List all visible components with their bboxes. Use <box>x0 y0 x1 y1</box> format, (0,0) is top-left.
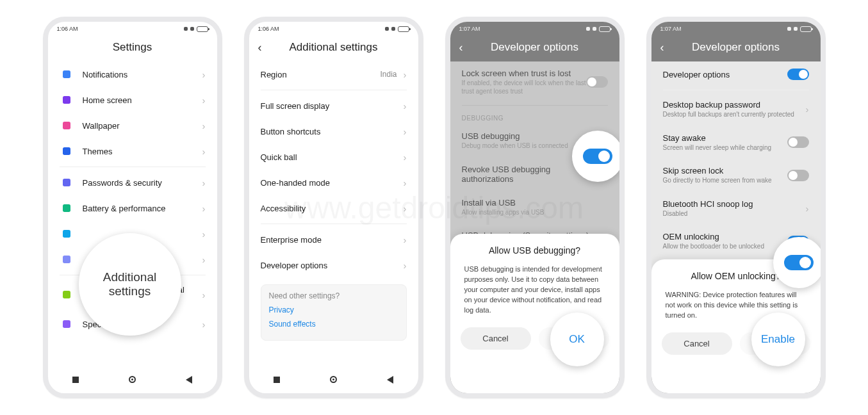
callout-oem-toggle <box>773 237 824 288</box>
header: ‹ Developer options <box>450 36 619 61</box>
nav-home[interactable] <box>330 376 337 385</box>
toggle[interactable] <box>787 136 809 148</box>
chevron-right-icon: › <box>202 289 206 300</box>
header: ‹ Additional settings <box>249 36 418 61</box>
chevron-right-icon: › <box>404 203 407 214</box>
page-title: Settings <box>57 41 208 54</box>
settings-row[interactable]: Full screen display› <box>252 93 416 118</box>
settings-row[interactable]: Themes› <box>51 138 215 164</box>
row-label: Developer options <box>663 70 787 79</box>
chevron-right-icon: › <box>202 146 206 157</box>
svg-rect-8 <box>63 291 70 298</box>
chevron-right-icon: › <box>202 254 206 265</box>
row-label: Install via USB <box>462 198 608 208</box>
status-icon <box>787 27 791 31</box>
row-label: One-handed mode <box>261 178 400 188</box>
row-label: Skip screen lock <box>663 166 787 175</box>
row-sublabel: Desktop full backups aren't currently pr… <box>663 111 802 119</box>
cancel-button[interactable]: Cancel <box>662 332 732 355</box>
svg-rect-6 <box>63 230 70 238</box>
row-label: OEM unlocking <box>663 232 787 241</box>
page-title: Additional settings <box>258 41 409 54</box>
row-developer-options[interactable]: Developer options <box>654 61 818 87</box>
row-lock-screen-trust[interactable]: Lock screen when trust is lost If enable… <box>453 61 617 102</box>
settings-row[interactable]: Home screen› <box>51 87 215 113</box>
status-icon <box>184 27 188 31</box>
row-label: Lock screen when trust is lost <box>462 69 586 78</box>
svg-rect-0 <box>63 70 70 78</box>
help-link-sound-effects[interactable]: Sound effects <box>269 320 398 329</box>
chevron-right-icon: › <box>202 229 206 240</box>
settings-row[interactable]: Stay awakeScreen will never sleep while … <box>654 126 818 159</box>
row-label: Accessibility <box>261 204 400 213</box>
help-question: Need other settings? <box>269 291 398 300</box>
settings-row[interactable]: Quick ball› <box>252 144 416 170</box>
chevron-right-icon: › <box>806 104 809 115</box>
settings-row[interactable]: Enterprise mode› <box>252 227 416 252</box>
settings-row[interactable]: Passwords & security› <box>51 170 215 195</box>
row-icon <box>60 319 74 329</box>
settings-row[interactable]: Accessibility› <box>252 195 416 221</box>
nav-home[interactable] <box>129 376 136 385</box>
nav-back[interactable] <box>186 376 192 386</box>
phone-oem-unlocking: 1:07 AM ‹ Developer options Developer op… <box>646 17 826 398</box>
nav-recents[interactable] <box>274 376 280 385</box>
row-icon <box>60 203 74 213</box>
chevron-right-icon: › <box>404 101 407 111</box>
statusbar: 1:06 AM <box>249 22 418 36</box>
nav-recents[interactable] <box>72 376 79 385</box>
navbar <box>249 368 418 393</box>
row-label: Enterprise mode <box>261 235 400 245</box>
nav-back[interactable] <box>387 376 393 386</box>
page-title: Developer options <box>459 41 610 54</box>
row-install-via-usb[interactable]: Install via USB Allow installing apps vi… <box>453 191 617 224</box>
dialog-title: Allow USB debugging? <box>461 245 609 256</box>
callout-ok-button: OK <box>550 313 604 366</box>
statusbar: 1:07 AM <box>450 22 619 36</box>
chevron-right-icon: › <box>404 152 407 163</box>
toggle[interactable] <box>787 69 809 80</box>
statusbar: 1:06 AM <box>48 22 217 36</box>
battery-icon <box>800 26 812 32</box>
row-region[interactable]: Region India › <box>252 61 416 87</box>
cancel-button[interactable]: Cancel <box>461 327 531 350</box>
ok-button[interactable]: OK <box>569 333 585 346</box>
settings-row[interactable]: Developer options› <box>252 252 416 278</box>
row-sublabel: Allow installing apps via USB <box>462 209 608 217</box>
settings-row[interactable]: One-handed mode› <box>252 170 416 195</box>
settings-row[interactable]: Battery & performance› <box>51 195 215 221</box>
settings-row[interactable]: Bluetooth HCI snoop logDisabled› <box>654 192 818 225</box>
settings-row[interactable]: Skip screen lockGo directly to Home scre… <box>654 159 818 192</box>
enable-button[interactable]: Enable <box>761 333 795 346</box>
row-icon <box>60 229 74 239</box>
row-label: Region <box>261 70 381 79</box>
row-label: Developer options <box>261 261 400 270</box>
toggle[interactable] <box>586 76 608 88</box>
settings-row[interactable]: Button shortcuts› <box>252 118 416 144</box>
back-button[interactable]: ‹ <box>459 41 463 54</box>
chevron-right-icon: › <box>806 203 809 214</box>
back-button[interactable]: ‹ <box>660 41 664 54</box>
row-sublabel: If enabled, the device will lock when th… <box>462 79 586 95</box>
row-sublabel: Go directly to Home screen from wake <box>663 177 787 185</box>
row-sublabel: Allow the bootloader to be unlocked <box>663 243 787 251</box>
toggle[interactable] <box>787 170 809 181</box>
settings-row[interactable]: Wallpaper› <box>51 113 215 138</box>
row-label: Stay awake <box>663 133 787 143</box>
svg-rect-7 <box>63 256 70 263</box>
settings-row[interactable]: Desktop backup passwordDesktop full back… <box>654 93 818 126</box>
phone-settings: 1:06 AM Settings Notifications›Home scre… <box>43 17 222 398</box>
navbar <box>48 368 217 393</box>
row-label: Passwords & security <box>83 178 199 188</box>
status-time: 1:06 AM <box>258 26 279 32</box>
callout-usb-toggle <box>572 131 623 182</box>
row-label: Full screen display <box>261 101 400 111</box>
oem-unlocking-toggle[interactable] <box>784 255 814 270</box>
row-icon <box>60 95 74 105</box>
usb-debugging-toggle[interactable] <box>583 149 612 164</box>
help-link-privacy[interactable]: Privacy <box>269 305 398 314</box>
settings-row[interactable]: Notifications› <box>51 61 215 87</box>
back-button[interactable]: ‹ <box>258 41 262 54</box>
battery-icon <box>398 26 409 32</box>
battery-icon <box>197 26 208 32</box>
